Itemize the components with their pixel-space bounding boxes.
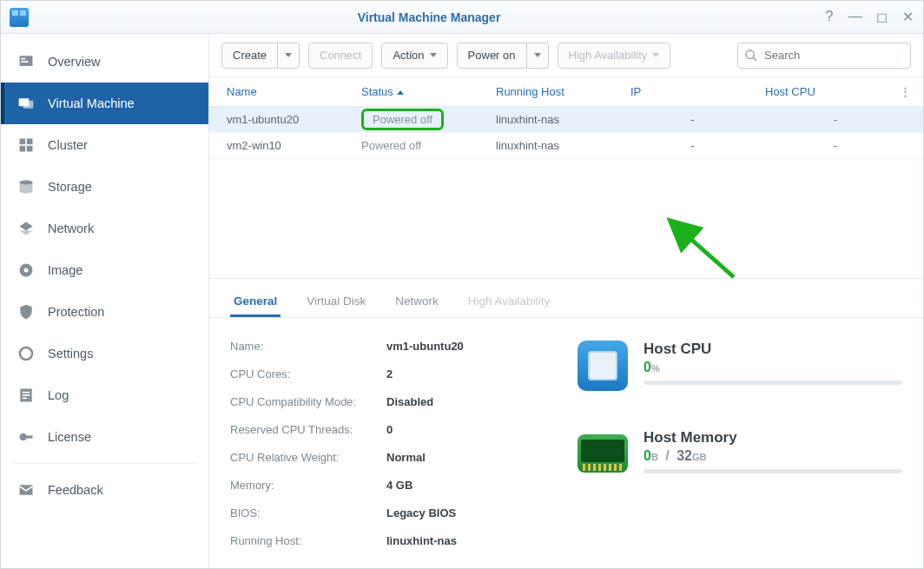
app-icon: [10, 8, 29, 27]
stat-unit: GB: [692, 452, 707, 462]
chevron-down-icon: [534, 53, 541, 57]
svg-point-12: [24, 352, 29, 356]
sidebar-item-image[interactable]: Image: [1, 249, 208, 291]
window-title: Virtual Machine Manager: [36, 10, 822, 24]
detail-value: 0: [386, 423, 393, 436]
cell-host: linuxhint-nas: [491, 139, 625, 152]
sidebar-item-network[interactable]: Network: [1, 208, 208, 249]
sidebar-item-storage[interactable]: Storage: [1, 166, 208, 208]
stat-progress: [644, 380, 902, 385]
sidebar-item-label: Cluster: [48, 138, 88, 152]
cell-status: Powered off: [356, 109, 491, 130]
minimize-icon[interactable]: —: [848, 9, 862, 25]
svg-rect-1: [21, 58, 25, 60]
table-row[interactable]: vm1-ubuntu20 Powered off linuxhint-nas -…: [209, 107, 923, 133]
create-button[interactable]: Create: [221, 43, 278, 69]
sidebar-item-label: Network: [48, 222, 94, 235]
stat-title: Host Memory: [644, 429, 902, 447]
cell-ip: -: [625, 113, 760, 126]
sidebar-item-label: Log: [48, 388, 69, 402]
detail-key: Running Host:: [230, 534, 386, 547]
log-icon: [16, 386, 36, 405]
cell-status: Powered off: [356, 139, 491, 152]
sidebar-item-feedback[interactable]: Feedback: [1, 469, 208, 511]
sidebar-item-protection[interactable]: Protection: [1, 291, 208, 333]
help-icon[interactable]: ?: [822, 9, 836, 25]
svg-point-11: [24, 268, 29, 273]
detail-key: BIOS:: [230, 506, 386, 519]
svg-rect-4: [23, 101, 34, 109]
cell-host: linuxhint-nas: [491, 113, 625, 126]
stat-value: 0: [644, 360, 651, 374]
svg-rect-5: [20, 139, 26, 145]
svg-rect-7: [20, 146, 26, 152]
detail-value: Legacy BIOS: [386, 506, 456, 519]
sidebar-item-overview[interactable]: Overview: [1, 41, 208, 83]
column-running-host[interactable]: Running Host: [491, 85, 625, 98]
storage-icon: [16, 177, 36, 196]
tab-network[interactable]: Network: [392, 288, 442, 317]
detail-properties: Name:vm1-ubuntu20 CPU Cores:2 CPU Compat…: [230, 332, 560, 554]
detail-key: CPU Relative Weight:: [230, 451, 386, 464]
tab-general[interactable]: General: [230, 288, 280, 317]
sidebar-item-label: Settings: [48, 347, 93, 361]
sidebar-item-label: Protection: [48, 305, 104, 319]
power-on-button[interactable]: Power on: [457, 43, 527, 69]
create-dropdown[interactable]: [278, 43, 300, 69]
detail-value: 4 GB: [386, 479, 412, 492]
stat-unit: %: [651, 363, 660, 374]
maximize-icon[interactable]: ◻: [874, 9, 888, 25]
power-on-dropdown[interactable]: [527, 43, 549, 69]
high-availability-button[interactable]: High Availability: [558, 43, 671, 69]
stat-used: 0: [644, 448, 651, 463]
svg-rect-2: [21, 61, 28, 63]
sidebar-item-settings[interactable]: Settings: [1, 333, 208, 374]
table-header: Name Status Running Host IP Host CPU ⋮: [209, 77, 923, 107]
detail-key: Name:: [230, 340, 386, 353]
column-ip[interactable]: IP: [625, 85, 760, 98]
detail-key: CPU Compatibility Mode:: [230, 395, 386, 408]
protection-icon: [16, 302, 36, 321]
sidebar-item-license[interactable]: License: [1, 416, 208, 458]
feedback-icon: [16, 480, 36, 500]
detail-value: Disabled: [386, 395, 433, 408]
tab-virtual-disk[interactable]: Virtual Disk: [303, 288, 369, 317]
overview-icon: [16, 52, 36, 71]
sidebar-item-cluster[interactable]: Cluster: [1, 124, 208, 166]
svg-rect-18: [25, 435, 32, 438]
svg-line-21: [753, 57, 756, 61]
memory-icon: [578, 434, 628, 473]
sidebar-item-label: Image: [48, 263, 82, 277]
chevron-down-icon: [285, 53, 292, 57]
stat-title: Host CPU: [644, 341, 902, 358]
stat-progress: [644, 469, 902, 473]
network-icon: [16, 219, 36, 238]
stat-unit: B: [651, 452, 658, 462]
svg-rect-16: [23, 398, 27, 400]
close-icon[interactable]: ✕: [901, 9, 914, 25]
cell-cpu: -: [760, 139, 911, 152]
table-row[interactable]: vm2-win10 Powered off linuxhint-nas - -: [209, 133, 923, 159]
sidebar-item-label: Overview: [48, 55, 100, 69]
tab-high-availability[interactable]: High Availability: [465, 288, 553, 317]
sidebar-item-label: Feedback: [48, 483, 103, 497]
search-input[interactable]: [737, 43, 911, 69]
detail-value: vm1-ubuntu20: [386, 340, 464, 353]
detail-key: Memory:: [230, 479, 386, 492]
sidebar-item-virtual-machine[interactable]: Virtual Machine: [1, 83, 208, 124]
cell-name: vm2-win10: [221, 139, 356, 152]
column-name[interactable]: Name: [221, 85, 356, 98]
svg-rect-14: [23, 392, 30, 394]
column-options-icon[interactable]: ⋮: [900, 85, 911, 98]
column-host-cpu[interactable]: Host CPU: [760, 85, 900, 98]
connect-button[interactable]: Connect: [308, 43, 373, 69]
image-icon: [16, 261, 36, 280]
column-status[interactable]: Status: [356, 85, 491, 98]
svg-rect-8: [27, 146, 33, 152]
sidebar-item-log[interactable]: Log: [1, 374, 208, 416]
cell-cpu: -: [760, 113, 911, 126]
toolbar: Create Connect Action Power on High Avai…: [209, 34, 923, 77]
detail-value: 2: [386, 367, 393, 380]
settings-icon: [16, 344, 36, 363]
action-button[interactable]: Action: [381, 43, 447, 69]
